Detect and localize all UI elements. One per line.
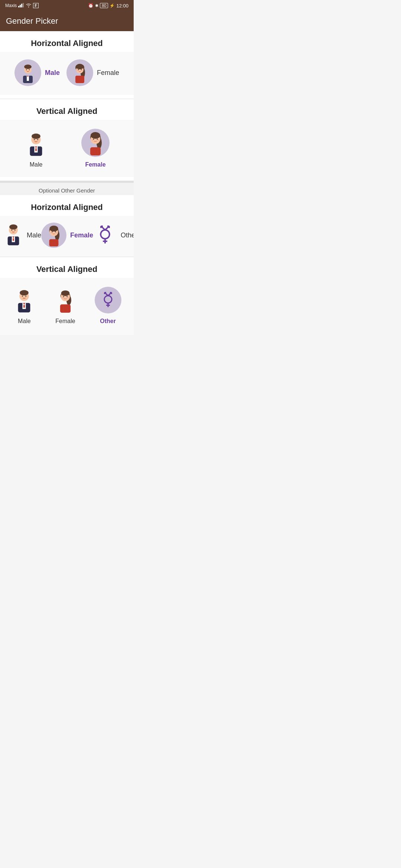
male-label-h1: Male: [45, 69, 60, 77]
svg-point-80: [63, 296, 64, 297]
gender-item-other-h2[interactable]: Other: [93, 223, 134, 247]
male-label-v1: Male: [30, 161, 43, 168]
section-title-vertical-1: Vertical Aligned: [0, 99, 134, 120]
svg-point-81: [66, 296, 68, 297]
bluetooth-icon: ✱: [95, 3, 98, 8]
gender-row-horizontal-1: Male: [0, 52, 134, 95]
optional-other-subtitle: Optional Other Gender: [0, 183, 134, 195]
male-avatar-h1: [14, 59, 41, 86]
gender-item-female-v1[interactable]: Female: [81, 129, 110, 168]
gender-item-female-h1[interactable]: Female: [66, 59, 119, 86]
svg-point-57: [56, 232, 57, 234]
svg-point-16: [76, 64, 84, 69]
svg-rect-45: [13, 239, 14, 241]
svg-point-29: [37, 139, 38, 140]
svg-point-84: [104, 296, 112, 303]
svg-point-52: [49, 226, 58, 231]
svg-point-38: [92, 139, 94, 141]
svg-point-47: [14, 230, 16, 231]
male-label-h2: Male: [27, 231, 41, 239]
svg-rect-53: [49, 239, 59, 247]
svg-point-37: [97, 139, 98, 140]
section-vertical-1: Vertical Aligned: [0, 99, 134, 181]
charging-icon: ⚡: [110, 3, 115, 8]
svg-point-46: [11, 230, 12, 231]
svg-point-19: [81, 69, 82, 70]
svg-point-55: [55, 231, 56, 233]
svg-point-58: [101, 230, 110, 239]
male-avatar-v2: [12, 290, 36, 313]
time-display: 12:00: [116, 3, 128, 9]
section-horizontal-2: Horizontal Aligned: [0, 195, 134, 257]
section-vertical-2: Vertical Aligned: [0, 257, 134, 335]
svg-rect-17: [75, 76, 84, 83]
carrier-text: Maxis: [5, 3, 17, 8]
svg-point-68: [20, 290, 29, 296]
gender-item-female-h2[interactable]: Female: [41, 223, 93, 248]
svg-rect-2: [21, 4, 22, 7]
svg-rect-79: [60, 305, 71, 313]
alarm-icon: ⏰: [88, 3, 94, 8]
female-avatar-v2: [53, 290, 77, 313]
gender-item-male-v2[interactable]: Male: [12, 290, 36, 325]
section-title-vertical-2: Vertical Aligned: [0, 257, 134, 278]
svg-point-11: [29, 69, 30, 70]
female-label-h1: Female: [97, 69, 119, 77]
app-title: Gender Picker: [6, 16, 58, 26]
svg-rect-1: [20, 5, 21, 7]
female-label-v2: Female: [55, 318, 75, 325]
svg-point-36: [93, 139, 94, 140]
svg-point-82: [62, 297, 63, 299]
other-label-h2: Other: [121, 231, 134, 239]
svg-point-39: [98, 139, 100, 141]
svg-point-54: [52, 231, 53, 233]
svg-point-41: [9, 224, 17, 230]
other-label-v2: Other: [100, 318, 116, 325]
male-label-v2: Male: [18, 318, 31, 325]
status-left: Maxis F: [5, 3, 39, 9]
svg-rect-35: [90, 147, 101, 155]
status-right: ⏰ ✱ 80 ⚡ 12:00: [88, 3, 128, 9]
f-badge: F: [33, 3, 39, 8]
section-horizontal-1: Horizontal Aligned: [0, 31, 134, 99]
other-symbol-v2: [95, 287, 121, 313]
gender-item-other-v2[interactable]: Other: [95, 287, 121, 325]
svg-point-56: [50, 232, 52, 234]
optional-other-section: Optional Other Gender Horizontal Aligned: [0, 183, 134, 335]
svg-point-83: [67, 297, 69, 299]
section-title-horizontal-1: Horizontal Aligned: [0, 31, 134, 52]
signal-icon: [18, 3, 24, 9]
svg-rect-27: [35, 148, 37, 151]
wifi-icon: [26, 3, 32, 9]
svg-point-78: [61, 290, 70, 296]
svg-point-28: [34, 139, 35, 140]
svg-point-21: [82, 70, 83, 71]
female-avatar-h2: [41, 223, 66, 248]
svg-rect-72: [24, 305, 25, 308]
female-avatar-h1: [66, 59, 93, 86]
status-bar: Maxis F ⏰ ✱ 80 ⚡ 12:00: [0, 0, 134, 10]
svg-point-23: [32, 134, 40, 139]
gender-item-male-h2[interactable]: Male: [4, 226, 41, 245]
gender-item-male-v1[interactable]: Male: [24, 133, 48, 168]
svg-point-34: [91, 132, 100, 139]
gender-row-vertical-2: Male: [0, 278, 134, 335]
female-label-v1: Female: [85, 161, 105, 168]
female-avatar-v1: [81, 129, 110, 157]
other-symbol-h2: [93, 223, 117, 247]
gender-row-vertical-1: Male: [0, 120, 134, 177]
gender-item-male-h1[interactable]: Male: [14, 59, 60, 86]
svg-point-20: [76, 70, 78, 71]
svg-point-6: [24, 65, 32, 69]
gender-item-female-v2[interactable]: Female: [53, 290, 77, 325]
male-avatar-v1: [24, 133, 48, 157]
section-title-horizontal-2: Horizontal Aligned: [0, 195, 134, 216]
male-avatar-h2: [4, 226, 23, 245]
svg-rect-3: [23, 3, 24, 7]
gender-row-horizontal-2: Male: [0, 216, 134, 257]
svg-point-74: [26, 296, 27, 297]
female-label-h2: Female: [70, 231, 93, 239]
app-bar: Gender Picker: [0, 10, 134, 31]
svg-point-10: [26, 69, 27, 70]
svg-point-73: [22, 296, 23, 297]
